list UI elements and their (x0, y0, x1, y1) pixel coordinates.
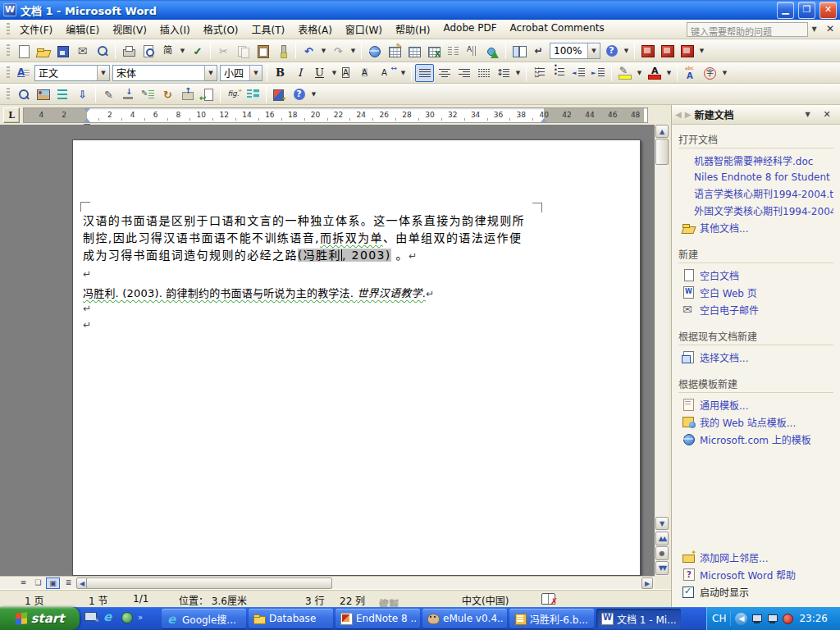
print-preview-button[interactable] (139, 42, 158, 60)
task-pane-link[interactable]: Microsoft.com 上的模板 (678, 431, 833, 448)
insert-note-button[interactable] (119, 85, 138, 103)
center-button[interactable] (435, 64, 454, 82)
insert-hyperlink-button[interactable] (365, 42, 384, 60)
menu-item[interactable]: 工具(T) (245, 20, 292, 39)
align-right-button[interactable] (454, 64, 473, 82)
menu-item[interactable]: Acrobat Comments (504, 20, 611, 39)
underline-dropdown-icon[interactable]: ▼ (330, 64, 339, 82)
decrease-indent-button[interactable] (569, 64, 588, 82)
bullets-button[interactable] (550, 64, 568, 82)
language-indicator[interactable]: CH (712, 613, 726, 624)
toolbar-grip[interactable] (7, 44, 10, 57)
toolbar-grip[interactable] (7, 88, 10, 101)
enclose-characters-button[interactable] (701, 64, 719, 82)
insert-figure-button[interactable]: fig. (224, 85, 243, 103)
taskbar-button[interactable]: Google搜... (162, 609, 246, 628)
document-page[interactable]: 汉语的书面语是区别于口语和文言的一种独立体系。这一体系直接为韵律规则所 制控,因… (72, 139, 641, 576)
unformat-citations-button[interactable] (158, 85, 177, 103)
start-button[interactable]: start (0, 607, 80, 630)
next-page-icon[interactable]: ▼▼ (655, 561, 669, 575)
redo-dropdown-icon[interactable]: ▼ (349, 42, 358, 60)
line-spacing-button[interactable] (494, 64, 513, 82)
previous-page-icon[interactable]: ▲▲ (655, 532, 669, 546)
distribute-button[interactable] (474, 64, 493, 82)
open-button[interactable] (34, 42, 52, 60)
text-direction-button[interactable] (463, 42, 482, 60)
menu-item[interactable]: 表格(A) (291, 20, 339, 39)
italic-button[interactable]: I (290, 64, 309, 82)
tab-stop-selector[interactable]: L (3, 107, 20, 123)
restore-button[interactable]: ❐ (798, 2, 815, 19)
taskbar-button[interactable]: eMule v0.4... (422, 609, 507, 628)
task-pane-link[interactable]: 其他文档... (678, 219, 833, 236)
taskbar-button[interactable]: 冯胜利-6.b... (509, 609, 594, 628)
character-shading-button[interactable]: A (359, 64, 378, 82)
forward-icon[interactable]: ▶ (685, 110, 692, 119)
minimize-button[interactable]: ▁ (777, 2, 794, 19)
endnote-help-button[interactable] (290, 85, 308, 103)
generate-figure-list-button[interactable] (244, 85, 262, 103)
scroll-up-icon[interactable]: ▲ (655, 125, 669, 138)
menu-item[interactable]: 窗口(W) (339, 20, 389, 39)
cite-while-you-write-button[interactable] (270, 85, 289, 103)
return-to-document-button[interactable] (198, 85, 217, 103)
web-layout-view-button[interactable]: ❏ (31, 578, 45, 589)
network-status-icon[interactable] (751, 614, 763, 623)
chinese-translate-button[interactable]: 简 (158, 42, 177, 60)
spelling-status-icon[interactable] (541, 593, 555, 605)
drawing-button[interactable] (483, 42, 502, 60)
font-size-dropdown-icon[interactable]: ▼ (249, 66, 262, 80)
chinese-translate-dropdown-icon[interactable]: ▼ (178, 42, 187, 60)
search-button[interactable] (93, 42, 112, 60)
toolbar-options-icon[interactable]: ▼ (697, 42, 706, 60)
hanging-indent-marker[interactable] (84, 115, 90, 122)
convert-and-email-pdf-button[interactable] (658, 42, 677, 60)
underline-button[interactable]: U (310, 64, 329, 82)
taskbar-button[interactable]: 文档 1 - Mi... (596, 609, 681, 628)
edit-library-references-button[interactable] (139, 85, 158, 103)
insert-table-button[interactable] (404, 42, 423, 60)
justify-button[interactable] (415, 64, 434, 82)
go-to-endnote-button[interactable] (34, 85, 52, 103)
menu-item[interactable]: 编辑(E) (59, 20, 106, 39)
highlight-dropdown-icon[interactable]: ▼ (635, 64, 644, 82)
task-pane-link[interactable]: Niles Endnote 8 for Student (678, 169, 833, 185)
menu-item[interactable]: Adobe PDF (436, 20, 503, 39)
style-combo[interactable]: 正文▼ (34, 65, 110, 81)
task-pane-footer-item[interactable]: Microsoft Word 帮助 (678, 566, 833, 583)
copy-button[interactable] (234, 42, 253, 60)
format-painter-button[interactable] (273, 42, 292, 60)
task-pane-footer-item[interactable]: 启动时显示 (678, 583, 833, 600)
export-traveling-library-button[interactable] (178, 85, 197, 103)
checkbox-checked-icon[interactable] (682, 586, 696, 598)
close-button[interactable]: ✕ (819, 2, 837, 19)
redo-button[interactable] (329, 42, 348, 60)
columns-button[interactable] (444, 42, 463, 60)
normal-view-button[interactable]: ≡ (16, 578, 30, 589)
menu-item[interactable]: 格式(O) (197, 20, 245, 39)
horizontal-scroll-thumb[interactable] (86, 578, 332, 589)
line-spacing-dropdown-icon[interactable]: ▼ (514, 64, 523, 82)
edit-citations-button[interactable] (99, 85, 118, 103)
scroll-down-icon[interactable]: ▼ (655, 517, 669, 530)
select-browse-object-icon[interactable]: ● (655, 546, 669, 560)
network-status-icon[interactable] (767, 614, 778, 623)
character-scale-dropdown-icon[interactable]: ▼ (399, 64, 408, 82)
tables-borders-button[interactable] (385, 42, 404, 60)
print-button[interactable] (119, 42, 138, 60)
paragraph-text[interactable]: 汉语的书面语是区别于口语和文言的一种独立体系。这一体系直接为韵律规则所 制控,因… (83, 212, 547, 265)
horizontal-scrollbar[interactable]: ≡ ❏ ▣ ≣ ◀ ▶ (0, 576, 655, 589)
convert-and-send-review-button[interactable] (678, 42, 696, 60)
task-pane-footer-item[interactable]: 添加网上邻居... (678, 549, 833, 566)
style-dropdown-icon[interactable]: ▼ (97, 66, 109, 80)
menu-item[interactable]: 插入(I) (153, 20, 197, 39)
character-border-button[interactable]: A (340, 64, 358, 82)
close-document-icon[interactable]: ✕ (823, 22, 838, 37)
convert-to-pdf-button[interactable] (638, 42, 657, 60)
task-pane-close-icon[interactable]: ✕ (819, 107, 834, 122)
menu-item[interactable]: 文件(F) (13, 20, 59, 39)
back-icon[interactable]: ◀ (675, 110, 682, 119)
menu-item[interactable]: 视图(V) (106, 20, 153, 39)
toolbar-grip[interactable] (7, 23, 10, 36)
font-combo[interactable]: 宋体▼ (112, 65, 217, 81)
